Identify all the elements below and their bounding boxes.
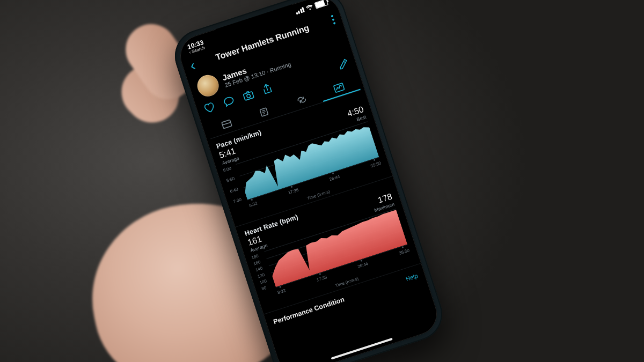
hr-xtick: 35:50 (398, 248, 410, 256)
share-button[interactable] (261, 83, 274, 98)
pace-xtick: 8:32 (248, 201, 258, 208)
hr-xtick: 8:32 (277, 288, 287, 295)
hr-xtick: 26:44 (357, 261, 369, 269)
pace-ytick: 6:40 (229, 185, 244, 194)
camera-button[interactable] (242, 89, 256, 104)
hr-xtick: 17:38 (316, 275, 328, 283)
battery-icon (314, 0, 328, 9)
avatar[interactable] (194, 72, 221, 99)
edit-button[interactable] (336, 57, 351, 73)
wifi-icon (305, 4, 314, 11)
pace-xtick: 17:38 (288, 187, 299, 195)
help-link[interactable]: Help (405, 272, 419, 282)
svg-point-1 (246, 93, 251, 98)
svg-rect-0 (243, 91, 254, 100)
comment-button[interactable] (222, 95, 236, 110)
pace-ytick: 5:50 (226, 174, 241, 183)
pace-xtick: 26:44 (329, 174, 341, 182)
cellular-icon (295, 7, 305, 15)
pace-ytick: 7:30 (232, 195, 247, 204)
pace-xtick: 35:50 (370, 161, 382, 169)
svg-rect-2 (222, 120, 232, 128)
like-button[interactable] (203, 101, 217, 116)
